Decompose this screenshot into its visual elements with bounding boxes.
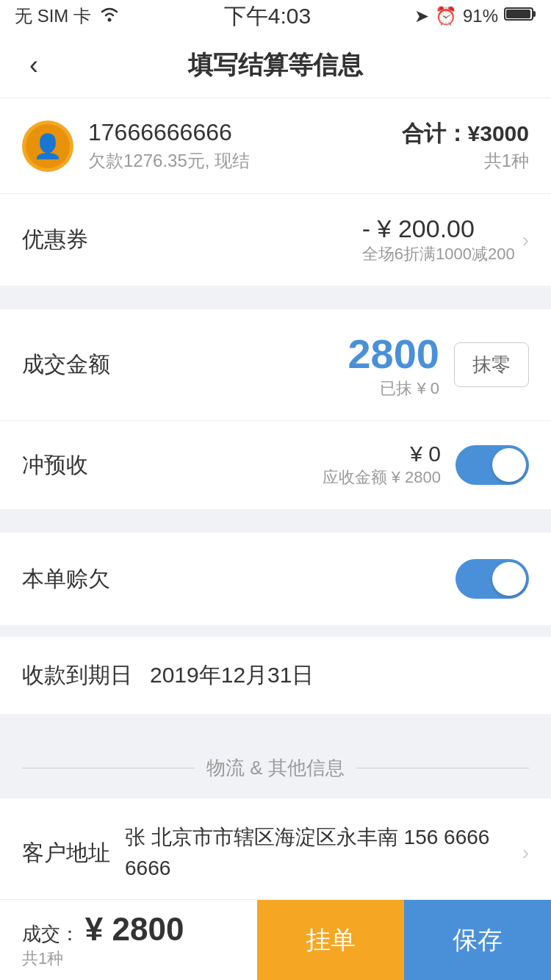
chevron-right-icon: ›	[522, 228, 529, 252]
coupon-row[interactable]: 优惠券 - ¥ 200.00 全场6折满1000减200 ›	[0, 193, 551, 286]
address-chevron-icon: ›	[522, 841, 529, 865]
customer-left: 👤 17666666666 欠款1276.35元, 现结	[22, 119, 250, 173]
alarm-icon: ⏰	[435, 6, 457, 26]
round-button[interactable]: 抹零	[454, 342, 529, 387]
bottom-count: 共1种	[22, 948, 235, 970]
amount-sub: 已抹 ¥ 0	[347, 378, 439, 400]
hang-button[interactable]: 挂单	[257, 900, 404, 981]
customer-row: 👤 17666666666 欠款1276.35元, 现结 合计：¥3000 共1…	[0, 98, 551, 193]
coupon-desc: 全场6折满1000减200	[362, 243, 515, 265]
user-icon: 👤	[33, 132, 62, 160]
customer-phone: 17666666666	[88, 119, 250, 146]
bottom-total-label: 成交：	[22, 923, 79, 945]
carrier-label: 无 SIM 卡	[15, 4, 91, 28]
svg-rect-3	[506, 10, 530, 18]
battery-label: 91%	[463, 6, 498, 26]
status-left: 无 SIM 卡	[15, 4, 120, 28]
avatar: 👤	[22, 120, 73, 172]
separator-1	[0, 298, 551, 309]
prepay-right: ¥ 0 应收金额 ¥ 2800	[323, 442, 529, 489]
bottom-total-amount: ¥ 2800	[85, 911, 184, 947]
prepay-row: 冲预收 ¥ 0 应收金额 ¥ 2800	[0, 421, 551, 509]
wifi-icon	[98, 6, 120, 26]
bottom-info: 成交： ¥ 2800 共1种	[0, 911, 257, 970]
debt-row: 本单赊欠	[0, 533, 551, 625]
total-count: 共1种	[402, 149, 529, 173]
status-bar: 无 SIM 卡 下午4:03 ➤ ⏰ 91%	[0, 0, 551, 32]
section-title: 物流 & 其他信息	[206, 755, 345, 781]
time-label: 下午4:03	[224, 1, 311, 32]
debt-toggle[interactable]	[455, 559, 529, 599]
section-line-right	[356, 768, 529, 768]
svg-point-0	[108, 18, 112, 22]
customer-info: 17666666666 欠款1276.35元, 现结	[88, 119, 250, 173]
amount-value: 2800	[347, 330, 439, 378]
save-button[interactable]: 保存	[404, 900, 551, 981]
address-label: 客户地址	[22, 838, 110, 868]
prepay-toggle[interactable]	[455, 445, 529, 485]
coupon-discount: - ¥ 200.00	[362, 215, 515, 243]
duedate-value: 2019年12月31日	[150, 660, 314, 691]
total-amount: 合计：¥3000	[402, 119, 529, 149]
status-right: ➤ ⏰ 91%	[414, 6, 536, 26]
customer-right: 合计：¥3000 共1种	[402, 119, 529, 173]
prepay-label: 冲预收	[22, 450, 88, 480]
amount-row: 成交金额 2800 已抹 ¥ 0 抹零	[0, 309, 551, 421]
amount-label: 成交金额	[22, 350, 110, 380]
amount-section: 成交金额 2800 已抹 ¥ 0 抹零 冲预收 ¥ 0 应收金额 ¥ 2800	[0, 309, 551, 509]
prepay-value: ¥ 0	[323, 442, 441, 466]
battery-icon	[504, 6, 536, 26]
separator-3	[0, 726, 551, 738]
customer-debt: 欠款1276.35元, 现结	[88, 149, 250, 173]
coupon-right: - ¥ 200.00 全场6折满1000减200 ›	[362, 215, 529, 265]
prepay-sub: 应收金额 ¥ 2800	[323, 466, 441, 489]
separator-2	[0, 521, 551, 533]
bottom-bar: 成交： ¥ 2800 共1种 挂单 保存	[0, 899, 551, 980]
page-title: 填写结算等信息	[188, 48, 363, 82]
debt-label: 本单赊欠	[22, 564, 110, 594]
coupon-label: 优惠券	[22, 225, 88, 255]
duedate-row: 收款到期日 2019年12月31日	[0, 637, 551, 714]
amount-right: 2800 已抹 ¥ 0 抹零	[347, 330, 529, 400]
customer-card: 👤 17666666666 欠款1276.35元, 现结 合计：¥3000 共1…	[0, 98, 551, 286]
toggle-knob	[492, 448, 526, 482]
svg-rect-2	[533, 11, 536, 17]
duedate-label: 收款到期日	[22, 660, 132, 691]
location-icon: ➤	[414, 6, 429, 26]
section-line-left	[22, 768, 195, 768]
back-button[interactable]: ‹	[22, 43, 46, 88]
content: 👤 17666666666 欠款1276.35元, 现结 合计：¥3000 共1…	[0, 98, 551, 980]
nav-bar: ‹ 填写结算等信息	[0, 32, 551, 98]
address-row[interactable]: 客户地址 张 北京市市辖区海淀区永丰南 156 6666 6666 ›	[0, 799, 551, 907]
debt-toggle-knob	[492, 562, 526, 596]
logistics-section-header: 物流 & 其他信息	[0, 738, 551, 799]
address-value: 张 北京市市辖区海淀区永丰南 156 6666 6666	[125, 822, 522, 884]
